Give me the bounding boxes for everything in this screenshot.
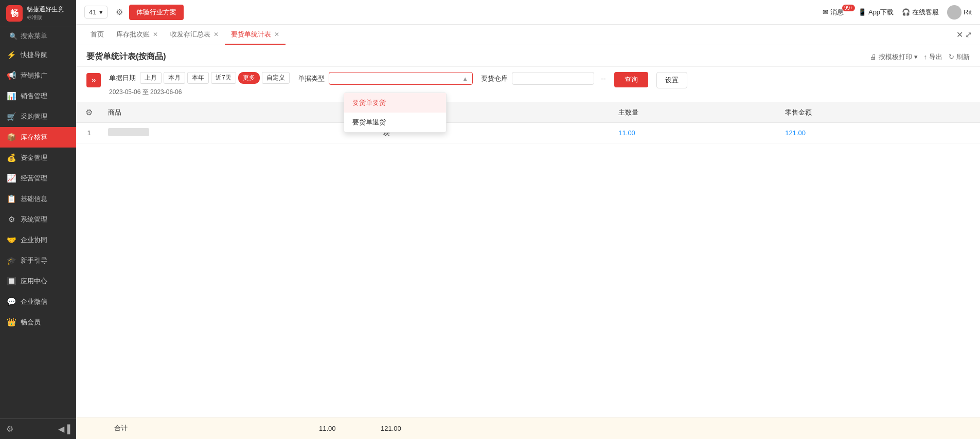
nav-icon-6: 📈 [6, 173, 16, 184]
tab-close-inventory-batch[interactable]: ✕ [153, 31, 158, 38]
dropdown-item-return-goods[interactable]: 要货单退货 [344, 113, 446, 132]
total-row: 合计 11.00 121.00 [76, 424, 980, 433]
print-template-button[interactable]: 🖨 按模板打印 ▾ [870, 52, 918, 62]
settings-button[interactable]: 设置 [656, 72, 687, 88]
topbar-left: 41 ▾ ⚙ 体验行业方案 [84, 5, 823, 20]
date-btn-this-year[interactable]: 本年 [187, 72, 209, 84]
topbar: 41 ▾ ⚙ 体验行业方案 ✉ 消息 99+ 📱 App下载 🎧 在线客服 R [76, 0, 980, 25]
print-dropdown-icon: ▾ [914, 53, 918, 61]
user-avatar-button[interactable]: Rit [947, 5, 972, 20]
nav-icon-1: 📢 [6, 70, 16, 81]
table-footer: 合计 11.00 121.00 [76, 417, 980, 439]
app-download-button[interactable]: 📱 App下载 [858, 8, 894, 17]
table-row: 1 块 11.00 121.00 [76, 123, 980, 143]
page-title: 要货单统计表(按商品) [86, 51, 166, 62]
nav-icon-0: ⚡ [6, 50, 16, 60]
sidebar-item-8[interactable]: ⚙ 系统管理 [0, 209, 76, 230]
date-range-display: 2023-05-06 至 2023-06-06 [109, 88, 290, 97]
filter-more-icon[interactable]: ··· [600, 75, 606, 82]
sidebar: 畅 畅捷通好生意 标准版 🔍 搜索菜单 ⚡ 快捷导航 📢 营销推广 📊 销售管理… [0, 0, 76, 439]
nav-icon-3: 🛒 [6, 112, 16, 122]
table-container: ⚙ 商品 主计量单位 主数量 零售金额 1 [76, 102, 980, 417]
nav-icon-10: 🎓 [6, 255, 16, 266]
tabs-close-all-button[interactable]: ✕ [956, 30, 963, 40]
sidebar-nav: ⚡ 快捷导航 📢 营销推广 📊 销售管理 🛒 采购管理 📦 库存核算 💰 资金管… [0, 45, 76, 418]
filter-expand-button[interactable]: » [86, 73, 101, 87]
product-blurred [108, 128, 149, 136]
app-logo: 畅 [6, 5, 23, 22]
sidebar-item-6[interactable]: 📈 经营管理 [0, 168, 76, 189]
date-btn-custom[interactable]: 自定义 [262, 72, 290, 84]
dropdown-item-require-goods[interactable]: 要货单要货 [344, 93, 446, 113]
nav-icon-11: 🔲 [6, 276, 16, 286]
sidebar-item-13[interactable]: 👑 畅会员 [0, 312, 76, 333]
row-qty: 11.00 [612, 123, 779, 143]
sidebar-item-2[interactable]: 📊 销售管理 [0, 86, 76, 106]
topbar-gear-icon[interactable]: ⚙ [116, 7, 123, 17]
sidebar-item-0[interactable]: ⚡ 快捷导航 [0, 45, 76, 65]
refresh-icon: ↻ [949, 53, 954, 61]
sidebar-footer: ⚙ ◀▐ [0, 418, 76, 439]
phone-icon: 📱 [858, 8, 866, 16]
nav-icon-7: 📋 [6, 194, 16, 204]
trial-button[interactable]: 体验行业方案 [129, 5, 184, 20]
warehouse-filter-input[interactable] [512, 72, 594, 85]
tab-inventory-batch[interactable]: 库存批次账 ✕ [110, 25, 164, 45]
type-filter-input[interactable] [329, 72, 473, 85]
sidebar-item-9[interactable]: 🤝 企业协同 [0, 230, 76, 250]
sidebar-search[interactable]: 🔍 搜索菜单 [0, 27, 76, 45]
warehouse-filter-group: 要货仓库 ··· [481, 72, 606, 85]
sidebar-item-7[interactable]: 📋 基础信息 [0, 189, 76, 209]
nav-icon-5: 💰 [6, 153, 16, 163]
column-settings-icon[interactable]: ⚙ [85, 108, 93, 117]
nav-icon-4: 📦 [6, 132, 16, 142]
refresh-button[interactable]: ↻ 刷新 [949, 52, 970, 62]
total-label: 合计 [108, 424, 252, 433]
type-dropdown-menu: 要货单要货 要货单退货 [344, 93, 447, 133]
topbar-right: ✉ 消息 99+ 📱 App下载 🎧 在线客服 Rit [823, 5, 972, 20]
settings-icon[interactable]: ⚙ [6, 424, 13, 434]
messages-button[interactable]: ✉ 消息 99+ [823, 8, 850, 17]
chevron-up-icon[interactable]: ▲ [462, 75, 469, 82]
online-service-button[interactable]: 🎧 在线客服 [902, 8, 939, 17]
sidebar-item-11[interactable]: 🔲 应用中心 [0, 271, 76, 291]
message-icon: ✉ [823, 8, 828, 16]
col-product: 商品 [102, 102, 377, 123]
export-button[interactable]: ↑ 导出 [924, 52, 943, 62]
collapse-icon[interactable]: ◀▐ [58, 424, 70, 434]
date-btn-this-month[interactable]: 本月 [164, 72, 185, 84]
page-header: 要货单统计表(按商品) 🖨 按模板打印 ▾ ↑ 导出 ↻ 刷新 [76, 45, 980, 67]
filter-bar: » 单据日期 上月 本月 本年 近7天 更多 自定义 [76, 67, 980, 102]
print-icon: 🖨 [870, 53, 877, 61]
sidebar-item-inventory[interactable]: 📦 库存核算 [0, 127, 76, 148]
date-btn-more[interactable]: 更多 [238, 72, 260, 84]
tab-close-order-statistics[interactable]: ✕ [274, 31, 279, 38]
type-filter-group: 单据类型 ▲ [298, 72, 473, 85]
username: Rit [964, 8, 972, 16]
tab-receive-send-summary[interactable]: 收发存汇总表 ✕ [164, 25, 225, 45]
date-shortcuts: 上月 本月 本年 近7天 更多 自定义 [140, 72, 290, 84]
date-btn-last-month[interactable]: 上月 [140, 72, 162, 84]
sidebar-item-3[interactable]: 🛒 采购管理 [0, 106, 76, 127]
row-index: 1 [76, 123, 102, 143]
date-btn-7days[interactable]: 近7天 [211, 72, 236, 84]
company-dropdown[interactable]: 41 ▾ [84, 6, 108, 19]
avatar [947, 5, 961, 20]
date-filter-group: 单据日期 上月 本月 本年 近7天 更多 自定义 2023-05-06 至 20… [109, 72, 290, 97]
row-product [102, 123, 377, 143]
tabs-expand-button[interactable]: ⤢ [965, 30, 972, 40]
sidebar-item-1[interactable]: 📢 营销推广 [0, 65, 76, 86]
tab-home[interactable]: 首页 [84, 25, 110, 45]
sidebar-item-10[interactable]: 🎓 新手引导 [0, 250, 76, 271]
sidebar-item-5[interactable]: 💰 资金管理 [0, 148, 76, 168]
nav-icon-9: 🤝 [6, 235, 16, 245]
query-button[interactable]: 查询 [614, 72, 648, 87]
headset-icon: 🎧 [902, 8, 910, 16]
data-table: ⚙ 商品 主计量单位 主数量 零售金额 1 [76, 102, 980, 143]
sidebar-item-12[interactable]: 💬 企业微信 [0, 291, 76, 312]
tab-order-statistics[interactable]: 要货单统计表 ✕ [225, 25, 286, 45]
table-body: 1 块 11.00 121.00 [76, 123, 980, 143]
sidebar-header: 畅 畅捷通好生意 标准版 [0, 0, 76, 27]
warehouse-filter-label: 要货仓库 [481, 74, 508, 83]
tab-close-receive-send[interactable]: ✕ [213, 31, 219, 38]
